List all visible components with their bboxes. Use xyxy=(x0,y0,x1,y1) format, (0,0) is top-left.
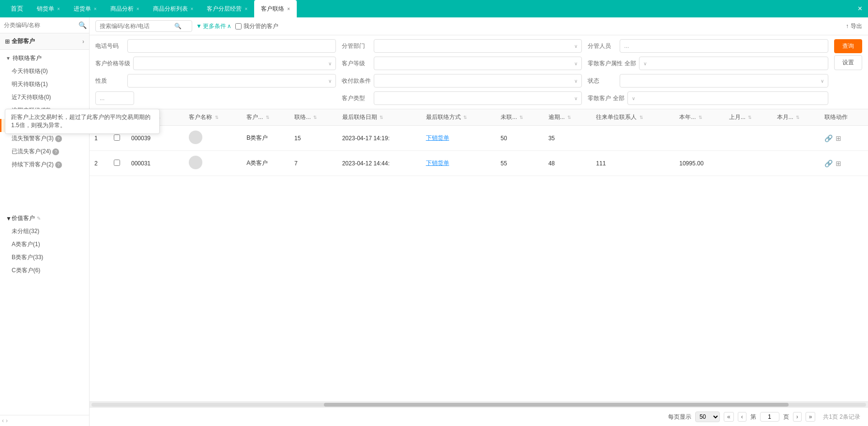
close-product-analysis-list-icon[interactable]: × xyxy=(191,6,194,12)
export-button[interactable]: ↑ 导出 xyxy=(846,22,862,30)
table-scroll[interactable]: ⚙ 客户编码 ⇅ 客户名称 xyxy=(90,109,868,401)
filter-price-level-input[interactable]: ∨ xyxy=(133,57,336,70)
filter-customer-level-input[interactable]: ∨ xyxy=(374,57,582,70)
close-sales-order-icon[interactable]: × xyxy=(57,6,60,12)
page-number-input[interactable] xyxy=(760,412,779,422)
filter-payment-input[interactable]: ∨ xyxy=(374,74,582,88)
sidebar-item-a-class[interactable]: A类客户(1) xyxy=(0,238,89,251)
row2-index: 2 xyxy=(90,151,109,176)
filter-status-input[interactable]: ∨ xyxy=(620,74,828,88)
loss-warning-info-icon[interactable]: ? xyxy=(55,135,62,142)
close-customer-contact-icon[interactable]: × xyxy=(287,6,290,12)
sidebar-item-ungroup[interactable]: 未分组(32) xyxy=(0,225,89,238)
row2-this-month xyxy=(772,151,820,176)
all-customers-header[interactable]: ⊞ 全部客户 › xyxy=(0,33,89,50)
horizontal-scrollbar[interactable] xyxy=(90,401,868,407)
pending-contact-group-header[interactable]: ▼ 待联络客户 xyxy=(0,52,89,65)
settings-button[interactable]: 设置 xyxy=(834,55,862,70)
filter-retail-customer-input[interactable]: ∨ xyxy=(627,91,828,105)
sidebar-right-arrow[interactable]: › xyxy=(6,417,8,424)
close-product-analysis-icon[interactable]: × xyxy=(137,6,139,12)
filter-search-icon[interactable]: 🔍 xyxy=(174,23,182,29)
my-customers-checkbox[interactable] xyxy=(235,23,242,29)
row2-contact-count: 7 xyxy=(289,151,337,176)
contact-count-sort-icon[interactable]: ⇅ xyxy=(313,115,317,120)
nav-sales-order[interactable]: 销货单 × xyxy=(30,0,67,17)
filter-search-box[interactable]: 🔍 xyxy=(95,20,192,32)
query-button[interactable]: 查询 xyxy=(834,39,862,53)
customer-type-sort-icon[interactable]: ⇅ xyxy=(266,115,270,120)
sidebar-search-input[interactable] xyxy=(4,22,76,29)
sidebar-item-b-class[interactable]: B类客户(33) xyxy=(0,251,89,264)
filter-payment: 收付款条件 ∨ xyxy=(342,74,582,88)
row1-checkbox[interactable] xyxy=(114,134,120,141)
nav-customer-contact[interactable]: 客户联络 × xyxy=(254,0,297,17)
prev-page-button[interactable]: ‹ xyxy=(738,412,746,422)
main-layout: 🔍 ⊞ 全部客户 › ▼ 待联络客户 今天待联络(0) 明天待联络(1) xyxy=(0,17,868,426)
contact-person-sort-icon[interactable]: ⇅ xyxy=(640,115,643,120)
close-customer-tier-icon[interactable]: × xyxy=(244,6,247,12)
uncontacted-sort-icon[interactable]: ⇅ xyxy=(519,115,523,120)
filter-dept-input[interactable]: ∨ xyxy=(374,39,582,53)
scrollbar-thumb[interactable] xyxy=(324,403,789,407)
row2-checkbox-cell[interactable] xyxy=(109,151,126,176)
this-month-sort-icon[interactable]: ⇅ xyxy=(796,115,800,120)
edit-icon[interactable]: ✎ xyxy=(37,216,41,221)
row2-last-method[interactable]: 下销货单 xyxy=(421,151,496,176)
row1-link-icon[interactable]: 🔗 xyxy=(824,134,833,142)
filter-manager-input[interactable]: ... xyxy=(620,39,828,53)
filter-nature-input[interactable]: ∨ xyxy=(127,74,336,88)
row2-link-icon[interactable]: 🔗 xyxy=(824,160,833,167)
filter-search-input[interactable] xyxy=(100,23,172,29)
row1-actions: 🔗 ⊞ xyxy=(820,126,868,151)
lost-info-icon[interactable]: ? xyxy=(52,148,59,155)
overdue-sort-icon[interactable]: ⇅ xyxy=(567,115,571,120)
customer-level-arrow-icon: ∨ xyxy=(574,61,578,66)
sidebar-item-c-class[interactable]: C类客户(6) xyxy=(0,264,89,277)
collapse-icon[interactable]: › xyxy=(82,38,84,45)
last-page-button[interactable]: » xyxy=(806,412,816,422)
sidebar-search-icon[interactable]: 🔍 xyxy=(78,21,87,29)
row1-grid-icon[interactable]: ⊞ xyxy=(836,134,841,142)
sidebar-item-today[interactable]: 今天待联络(0) xyxy=(0,65,89,78)
customer-name-sort-icon[interactable]: ⇅ xyxy=(215,115,219,120)
sidebar-item-7days[interactable]: 近7天待联络(0) xyxy=(0,91,89,104)
table-header-row: ⚙ 客户编码 ⇅ 客户名称 xyxy=(90,109,868,126)
last-month-sort-icon[interactable]: ⇅ xyxy=(748,115,752,120)
first-page-button[interactable]: « xyxy=(724,412,734,422)
filter-phone-input[interactable] xyxy=(127,39,336,53)
row1-last-method[interactable]: 下销货单 xyxy=(421,126,496,151)
last-contact-date-sort-icon[interactable]: ⇅ xyxy=(380,115,383,120)
sidebar-item-lost[interactable]: 已流失客户(24) ? xyxy=(0,145,89,158)
close-all-tabs-button[interactable]: × xyxy=(858,4,862,13)
row2-checkbox[interactable] xyxy=(114,160,120,166)
value-customers-header[interactable]: ▼ 价值客户 ✎ xyxy=(0,212,89,225)
sidebar-left-arrow[interactable]: ‹ xyxy=(2,417,4,424)
nav-product-analysis-list[interactable]: 商品分析列表 × xyxy=(146,0,200,17)
nav-product-analysis[interactable]: 商品分析 × xyxy=(104,0,146,17)
next-page-button[interactable]: › xyxy=(793,412,802,422)
filter-customer-type-input[interactable]: ∨ xyxy=(374,91,582,105)
table-area: ⚙ 客户编码 ⇅ 客户名称 xyxy=(90,109,868,426)
row1-contact-person xyxy=(591,126,674,151)
row2-last-month xyxy=(724,151,772,176)
close-purchase-order-icon[interactable]: × xyxy=(94,6,97,12)
nav-customer-tier[interactable]: 客户分层经营 × xyxy=(200,0,254,17)
filter-row-4: ... 客户类型 ∨ 零散客户 全部 xyxy=(95,91,828,105)
per-page-label: 每页显示 xyxy=(668,413,691,421)
row2-grid-icon[interactable]: ⊞ xyxy=(836,160,841,167)
sidebar-item-declining[interactable]: 持续下滑客户(2) ? xyxy=(0,158,89,171)
filter-more-dot-input[interactable]: ... xyxy=(95,91,134,105)
sidebar-item-loss-warning[interactable]: 流失预警客户(3) ? xyxy=(0,132,89,145)
nav-purchase-order[interactable]: 进货单 × xyxy=(67,0,104,17)
nav-home[interactable]: 首页 xyxy=(4,0,30,17)
sidebar-item-tomorrow[interactable]: 明天待联络(1) xyxy=(0,78,89,91)
this-year-sort-icon[interactable]: ⇅ xyxy=(699,115,702,120)
last-contact-method-sort-icon[interactable]: ⇅ xyxy=(463,115,467,120)
filter-retail-attr-input[interactable]: ∨ xyxy=(639,57,828,70)
per-page-select[interactable]: 50 100 200 xyxy=(695,411,720,422)
arrow-down-icon: ▼ xyxy=(6,56,11,61)
filter-more-conditions[interactable]: ▼ 更多条件 ∧ xyxy=(196,22,231,30)
declining-info-icon[interactable]: ? xyxy=(55,162,62,168)
my-customers-checkbox-label[interactable]: 我分管的客户 xyxy=(235,22,278,30)
